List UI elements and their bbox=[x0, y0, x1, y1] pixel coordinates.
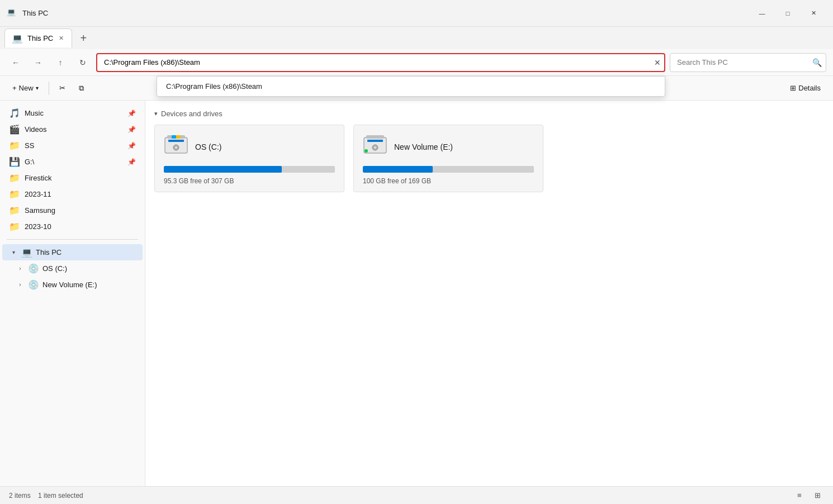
view-list-button[interactable]: ≡ bbox=[793, 489, 806, 502]
os-c-label: OS (C:) bbox=[42, 264, 67, 273]
sidebar-label-samsung: Samsung bbox=[25, 206, 55, 215]
tab-close-button[interactable]: ✕ bbox=[58, 34, 65, 43]
tab-icon: 💻 bbox=[12, 33, 23, 44]
address-clear-button[interactable]: ✕ bbox=[654, 58, 661, 67]
drive-info-os-c: 95.3 GB free of 307 GB bbox=[164, 177, 335, 185]
pin-icon-ss: 📌 bbox=[127, 142, 136, 150]
window-title: This PC bbox=[22, 9, 749, 17]
svg-point-12 bbox=[365, 149, 368, 153]
toolbar-separator-1 bbox=[49, 82, 49, 95]
svg-rect-6 bbox=[176, 135, 181, 139]
status-bar-left: 2 items 1 item selected bbox=[9, 492, 83, 500]
sidebar-label-firestick: Firestick bbox=[25, 174, 51, 182]
svg-rect-2 bbox=[168, 140, 184, 142]
drive-name-new-volume-e: New Volume (E:) bbox=[394, 142, 453, 151]
svg-rect-8 bbox=[366, 135, 384, 139]
search-button[interactable]: 🔍 bbox=[812, 58, 822, 67]
folder-2023-11-icon: 📁 bbox=[9, 189, 20, 199]
tree-expand-this-pc[interactable]: ▾ bbox=[9, 248, 18, 257]
sidebar-item-2023-11[interactable]: 📁 2023-11 bbox=[2, 186, 143, 202]
drive-card-header-os-c: OS (C:) bbox=[164, 132, 335, 161]
drive-card-os-c[interactable]: OS (C:) 95.3 GB free of 307 GB bbox=[154, 125, 344, 192]
sidebar-item-samsung[interactable]: 📁 Samsung bbox=[2, 202, 143, 218]
drive-progress-fill-os-c bbox=[164, 166, 282, 173]
samsung-icon: 📁 bbox=[9, 205, 20, 216]
sidebar-tree-os-c[interactable]: › 💿 OS (C:) bbox=[0, 260, 145, 277]
tree-expand-volume-e[interactable]: › bbox=[16, 280, 25, 289]
this-pc-label: This PC bbox=[36, 248, 61, 256]
pin-icon-g: 📌 bbox=[127, 158, 136, 166]
selected-text: 1 item selected bbox=[38, 492, 83, 500]
firestick-icon: 📁 bbox=[9, 173, 20, 183]
address-dropdown: C:\Program Files (x86)\Steam bbox=[157, 76, 665, 97]
section-label: Devices and drives bbox=[161, 110, 223, 118]
new-label: New bbox=[19, 84, 34, 92]
sidebar-tree-this-pc[interactable]: ▾ 💻 This PC bbox=[2, 244, 143, 260]
details-label: Details bbox=[798, 84, 821, 92]
sidebar-label-videos: Videos bbox=[25, 125, 47, 134]
pin-icon-videos: 📌 bbox=[127, 126, 136, 134]
svg-rect-9 bbox=[367, 140, 383, 142]
pin-icon-music: 📌 bbox=[127, 110, 136, 117]
sidebar-label-music: Music bbox=[25, 109, 44, 117]
new-button[interactable]: + New ▾ bbox=[7, 79, 44, 97]
this-pc-icon: 💻 bbox=[21, 247, 32, 258]
new-volume-e-label: New Volume (E:) bbox=[42, 280, 97, 289]
ss-icon: 📁 bbox=[9, 140, 20, 151]
forward-button[interactable]: → bbox=[29, 54, 47, 72]
close-button[interactable]: ✕ bbox=[801, 4, 826, 22]
devices-drives-header[interactable]: ▾ Devices and drives bbox=[154, 110, 824, 118]
tab-this-pc[interactable]: 💻 This PC ✕ bbox=[4, 28, 72, 47]
tab-label: This PC bbox=[27, 34, 53, 42]
search-input[interactable] bbox=[670, 53, 826, 72]
drive-card-new-volume-e[interactable]: New Volume (E:) 100 GB free of 169 GB bbox=[353, 125, 543, 192]
back-button[interactable]: ← bbox=[7, 54, 25, 72]
videos-icon: 🎬 bbox=[9, 124, 20, 135]
drive-progress-bar-os-c bbox=[164, 166, 335, 173]
sidebar-item-music[interactable]: 🎵 Music 📌 bbox=[2, 105, 143, 121]
cut-icon: ✂ bbox=[59, 84, 65, 92]
sidebar-item-ss[interactable]: 📁 SS 📌 bbox=[2, 137, 143, 154]
search-wrapper: 🔍 bbox=[670, 53, 826, 72]
details-button[interactable]: ⊞ Details bbox=[784, 79, 826, 97]
sidebar-item-g[interactable]: 💾 G:\ 📌 bbox=[2, 154, 143, 170]
nav-bar: ← → ↑ ↻ ✕ 🔍 C:\Program Files (x86)\Steam bbox=[0, 49, 833, 76]
details-icon: ⊞ bbox=[790, 84, 796, 92]
maximize-button[interactable]: □ bbox=[775, 4, 801, 22]
sidebar-item-videos[interactable]: 🎬 Videos 📌 bbox=[2, 121, 143, 137]
list-view-icon: ≡ bbox=[797, 491, 802, 500]
address-input[interactable] bbox=[96, 53, 665, 72]
view-grid-button[interactable]: ⊞ bbox=[811, 489, 824, 502]
g-drive-icon: 💾 bbox=[9, 156, 20, 167]
os-c-icon: 💿 bbox=[28, 263, 39, 274]
address-suggestion-item[interactable]: C:\Program Files (x86)\Steam bbox=[157, 77, 665, 96]
copy-button[interactable]: ⧉ bbox=[73, 79, 89, 97]
sidebar-item-firestick[interactable]: 📁 Firestick bbox=[2, 170, 143, 186]
content-area: ▾ Devices and drives bbox=[145, 101, 833, 486]
tree-expand-os-c[interactable]: › bbox=[16, 264, 25, 273]
status-bar: 2 items 1 item selected ≡ ⊞ bbox=[0, 486, 833, 504]
cut-button[interactable]: ✂ bbox=[54, 79, 71, 97]
add-tab-button[interactable]: + bbox=[74, 29, 92, 47]
up-button[interactable]: ↑ bbox=[51, 54, 69, 72]
drive-card-header-new-volume-e: New Volume (E:) bbox=[363, 132, 534, 161]
item-count: 2 items bbox=[9, 492, 31, 500]
drive-icon-new-volume-e bbox=[363, 132, 387, 161]
sidebar-label-ss: SS bbox=[25, 141, 34, 150]
sidebar-label-g: G:\ bbox=[25, 158, 34, 166]
toolbar-right: ⊞ Details bbox=[784, 79, 826, 97]
sidebar-label-2023-10: 2023-10 bbox=[25, 222, 51, 231]
sidebar-separator bbox=[7, 239, 138, 240]
status-bar-right: ≡ ⊞ bbox=[793, 489, 824, 502]
refresh-button[interactable]: ↻ bbox=[74, 54, 92, 72]
sidebar-tree-new-volume-e[interactable]: › 💿 New Volume (E:) bbox=[0, 277, 145, 293]
minimize-button[interactable]: — bbox=[749, 4, 775, 22]
svg-rect-5 bbox=[172, 135, 176, 139]
svg-point-11 bbox=[374, 146, 376, 149]
drive-info-new-volume-e: 100 GB free of 169 GB bbox=[363, 177, 534, 185]
new-icon: + bbox=[12, 84, 17, 92]
grid-view-icon: ⊞ bbox=[815, 491, 821, 500]
new-chevron-icon: ▾ bbox=[36, 85, 39, 91]
sidebar-item-2023-10[interactable]: 📁 2023-10 bbox=[2, 218, 143, 235]
sidebar-label-2023-11: 2023-11 bbox=[25, 190, 51, 198]
